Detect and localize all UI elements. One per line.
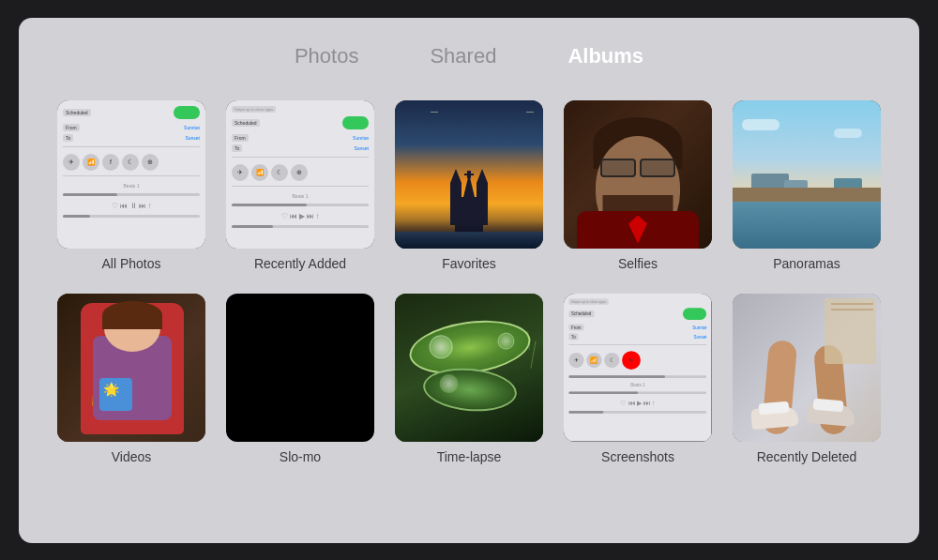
- nav-item-photos[interactable]: Photos: [287, 40, 367, 72]
- albums-grid: Scheduled From Sunrise To Sunset ✈ 📶: [19, 91, 919, 492]
- album-label: Panoramas: [773, 256, 840, 271]
- screenshot-thumb: Scheduled From Sunrise To Sunset ✈ 📶: [57, 100, 205, 249]
- album-thumb-screenshots: Swipe up to close apps Scheduled From Su…: [564, 294, 712, 442]
- screenshot-thumb-2: Swipe up to close apps Scheduled From Su…: [226, 100, 374, 249]
- album-label: Recently Deleted: [757, 449, 857, 464]
- album-label: Favorites: [442, 256, 496, 271]
- svg-rect-7: [464, 174, 474, 175]
- album-thumb-recently-added: Swipe up to close apps Scheduled From Su…: [226, 100, 374, 249]
- album-recently-deleted[interactable]: Recently Deleted: [732, 294, 882, 464]
- slomo-photo: [226, 294, 374, 442]
- tv-frame: Photos Shared Albums Scheduled From Sunr…: [19, 18, 919, 543]
- screenshot-thumb-3: Swipe up to close apps Scheduled From Su…: [564, 294, 712, 442]
- album-thumb-favorites: [395, 100, 543, 249]
- album-label: Videos: [112, 449, 152, 464]
- album-label: Screenshots: [601, 449, 674, 464]
- album-thumb-recently-deleted: [733, 294, 881, 442]
- svg-marker-4: [477, 169, 488, 183]
- album-label: Selfies: [618, 256, 658, 271]
- album-label: Recently Added: [254, 256, 346, 271]
- album-selfies[interactable]: Selfies: [563, 100, 713, 271]
- selfie-photo: [564, 100, 712, 249]
- nav-item-albums[interactable]: Albums: [560, 40, 651, 72]
- album-favorites[interactable]: Favorites: [394, 100, 544, 271]
- deleted-photo: [733, 294, 881, 442]
- panorama-photo: [733, 100, 881, 249]
- album-label: Time-lapse: [437, 449, 502, 464]
- album-videos[interactable]: 🌟 Videos: [56, 294, 206, 464]
- album-slomo[interactable]: Slo-mo: [225, 294, 375, 464]
- nav-item-shared[interactable]: Shared: [422, 40, 504, 72]
- nav-bar: Photos Shared Albums: [287, 18, 651, 91]
- album-label: Slo-mo: [280, 449, 321, 464]
- album-panoramas[interactable]: Panoramas: [732, 100, 882, 271]
- video-photo: 🌟: [57, 294, 205, 442]
- album-timelapse[interactable]: Time-lapse: [394, 294, 544, 464]
- album-thumb-all-photos: Scheduled From Sunrise To Sunset ✈ 📶: [57, 100, 205, 249]
- album-thumb-selfies: [564, 100, 712, 249]
- svg-rect-2: [477, 183, 488, 225]
- album-screenshots[interactable]: Swipe up to close apps Scheduled From Su…: [563, 294, 713, 464]
- album-recently-added[interactable]: Swipe up to close apps Scheduled From Su…: [225, 100, 375, 271]
- album-all-photos[interactable]: Scheduled From Sunrise To Sunset ✈ 📶: [56, 100, 206, 271]
- svg-marker-3: [450, 169, 461, 183]
- album-label: All Photos: [101, 256, 160, 271]
- favorites-photo: [395, 100, 543, 249]
- album-thumb-timelapse: [395, 294, 543, 442]
- album-thumb-videos: 🌟: [57, 294, 205, 442]
- album-thumb-slomo: [226, 294, 374, 442]
- album-thumb-panoramas: [733, 100, 881, 249]
- timelapse-photo: [395, 294, 543, 442]
- svg-rect-1: [450, 183, 461, 225]
